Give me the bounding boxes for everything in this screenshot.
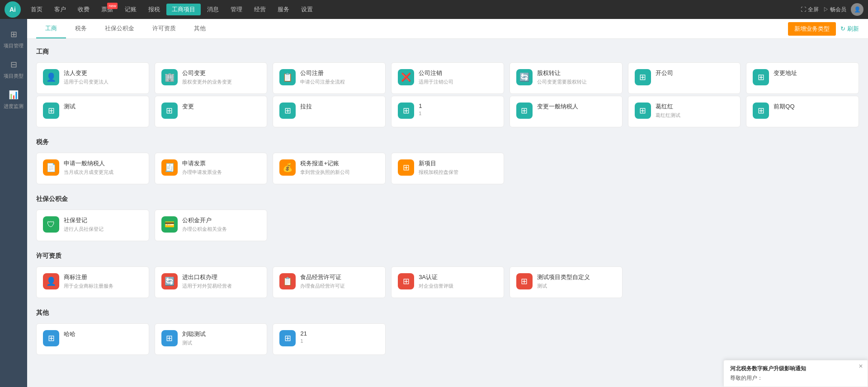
card-title: 1 bbox=[419, 103, 497, 109]
sidebar-item-project-manage[interactable]: ⊞ 项目管理 bbox=[0, 23, 27, 54]
card-title: 葛红红 bbox=[656, 103, 734, 111]
card-haha[interactable]: ⊞ 哈哈 bbox=[36, 323, 149, 355]
nav-bookkeeping[interactable]: 记账 bbox=[119, 4, 142, 15]
nav-customer[interactable]: 客户 bbox=[49, 4, 71, 15]
card-desc: 1 bbox=[419, 111, 497, 116]
nav-business[interactable]: 工商项目 bbox=[166, 4, 201, 15]
nav-manage[interactable]: 管理 bbox=[225, 4, 248, 15]
card-biangeng[interactable]: ⊞ 变更 bbox=[155, 96, 268, 127]
jinchukou-icon: 🔄 bbox=[161, 273, 178, 289]
card-shenqing-yibanna[interactable]: 📄 申请一般纳税人 当月或次月成变更完成 bbox=[36, 153, 149, 184]
xuke-cards: 👤 商标注册 用于企业商标注册服务 🔄 进出口权办理 适用于对外贸易经营者 📋 bbox=[36, 266, 859, 298]
card-1[interactable]: ⊞ 1 1 bbox=[391, 96, 504, 127]
fullscreen-button[interactable]: ⛶ 全屏 bbox=[801, 6, 818, 14]
nav-home[interactable]: 首页 bbox=[25, 4, 48, 15]
card-3a[interactable]: ⊞ 3A认证 对企业信誉评级 bbox=[391, 266, 504, 298]
card-liucong-ceshi[interactable]: ⊞ 刘聪测试 测试 bbox=[155, 323, 268, 355]
card-title: 社保登记 bbox=[64, 216, 142, 224]
card-guquan-zhuanrang[interactable]: 🔄 股权转让 公司变更需要股权转让 bbox=[509, 62, 623, 94]
qianqi-icon: ⊞ bbox=[753, 103, 769, 119]
card-desc: 办理申请发票业务 bbox=[182, 169, 261, 176]
avatar[interactable]: 👤 bbox=[851, 3, 863, 16]
card-shangbiao[interactable]: 👤 商标注册 用于企业商标注册服务 bbox=[36, 266, 149, 298]
tab-shuiwu[interactable]: 税务 bbox=[66, 19, 96, 38]
baodao-icon: 💰 bbox=[279, 159, 296, 176]
card-title: 公积金开户 bbox=[182, 216, 261, 224]
card-desc: 办理公积金相关业务 bbox=[182, 226, 261, 233]
card-gongsi-zhuce[interactable]: 📋 公司注册 申请公司注册全流程 bbox=[273, 62, 386, 94]
nav-settings[interactable]: 设置 bbox=[296, 4, 318, 15]
card-gongsi-zhuxiao[interactable]: ❌ 公司注销 适用于注销公司 bbox=[391, 62, 504, 94]
tab-shebao[interactable]: 社保公积金 bbox=[96, 19, 143, 38]
card-desc: 办理食品经营许可证 bbox=[300, 283, 379, 289]
section-shebao: 社保公积金 🛡 社保登记 进行人员社保登记 💳 公积金开户 办理公积金相关业务 bbox=[36, 195, 859, 241]
card-jinchukou[interactable]: 🔄 进出口权办理 适用于对外贸易经营者 bbox=[155, 266, 268, 298]
card-desc: 申请公司注册全流程 bbox=[300, 79, 379, 85]
nav-messages[interactable]: 消息 bbox=[202, 4, 224, 15]
card-shuiwu-baodao[interactable]: 💰 税务报道+记账 拿到营业执照的新公司 bbox=[273, 153, 386, 184]
main-content: 工商 税务 社保公积金 许可资质 其他 新增业务类型 ↻ 刷新 工商 👤 法人变… bbox=[27, 19, 868, 387]
card-title: 股权转让 bbox=[537, 69, 616, 77]
gongsi-biangeng-icon: 🏢 bbox=[161, 69, 178, 85]
section-title-shuiwu: 税务 bbox=[36, 138, 859, 146]
card-shebao-dengji[interactable]: 🛡 社保登记 进行人员社保登记 bbox=[36, 210, 149, 241]
card-lala[interactable]: ⊞ 拉拉 bbox=[273, 96, 386, 127]
nav-service[interactable]: 服务 bbox=[272, 4, 295, 15]
refresh-button[interactable]: ↻ 刷新 bbox=[840, 25, 859, 33]
card-shipin-xuke[interactable]: 📋 食品经营许可证 办理食品经营许可证 bbox=[273, 266, 386, 298]
card-shenqing-fapiao[interactable]: 🧾 申请发票 办理申请发票业务 bbox=[155, 153, 268, 184]
kai-icon: ⊞ bbox=[635, 69, 651, 85]
card-biangeng-dizhi[interactable]: ⊞ 变更地址 bbox=[746, 62, 859, 94]
card-desc: 适用于对外贸易经营者 bbox=[182, 283, 261, 289]
card-desc: 测试 bbox=[182, 340, 261, 346]
ceshi-icon: ⊞ bbox=[43, 103, 59, 119]
section-xuke: 许可资质 👤 商标注册 用于企业商标注册服务 🔄 进出口权办理 适用于对外贸易经… bbox=[36, 252, 859, 298]
card-kai-gongsi[interactable]: ⊞ 开公司 bbox=[628, 62, 741, 94]
card-ceshi[interactable]: ⊞ 测试 bbox=[36, 96, 149, 127]
section-gongshang: 工商 👤 法人变更 适用于公司变更法人 🏢 公司变更 股权变更外的业务变更 bbox=[36, 48, 859, 127]
qita-cards: ⊞ 哈哈 ⊞ 刘聪测试 测试 ⊞ 21 bbox=[36, 323, 859, 355]
tab-actions: 新增业务类型 ↻ 刷新 bbox=[788, 22, 859, 36]
new-badge: new bbox=[107, 3, 118, 9]
notification-close[interactable]: ✕ bbox=[859, 363, 863, 369]
card-qianqiqq[interactable]: ⊞ 前期QQ bbox=[746, 96, 859, 127]
card-title: 哈哈 bbox=[64, 330, 142, 338]
tab-qita[interactable]: 其他 bbox=[185, 19, 215, 38]
tab-gongshang[interactable]: 工商 bbox=[36, 19, 66, 38]
liucong-icon: ⊞ bbox=[161, 330, 178, 346]
card-title: 公司变更 bbox=[182, 69, 261, 77]
sidebar: ⊞ 项目管理 ⊟ 项目类型 📊 进度监测 bbox=[0, 19, 27, 387]
card-title: 法人变更 bbox=[64, 69, 142, 77]
card-title: 21 bbox=[300, 330, 379, 337]
shebao-icon: 🛡 bbox=[43, 216, 59, 233]
vip-button[interactable]: ▷ 畅会员 bbox=[823, 6, 846, 14]
card-title: 商标注册 bbox=[64, 273, 142, 281]
nav-fees[interactable]: 收费 bbox=[72, 4, 95, 15]
card-desc: 测试 bbox=[537, 283, 616, 289]
sidebar-item-progress[interactable]: 📊 进度监测 bbox=[0, 84, 27, 114]
card-desc: 公司变更需要股权转让 bbox=[537, 79, 616, 85]
sidebar-item-project-type[interactable]: ⊟ 项目类型 bbox=[0, 54, 27, 84]
card-gongsi-biangeng[interactable]: 🏢 公司变更 股权变更外的业务变更 bbox=[155, 62, 268, 94]
new-business-type-button[interactable]: 新增业务类型 bbox=[788, 22, 836, 36]
card-desc: 拿到营业执照的新公司 bbox=[300, 169, 379, 176]
card-faren-biangeng[interactable]: 👤 法人变更 适用于公司变更法人 bbox=[36, 62, 149, 94]
card-gehonghong[interactable]: ⊞ 葛红红 葛红红测试 bbox=[628, 96, 741, 127]
card-title: 公司注销 bbox=[419, 69, 497, 77]
tabs: 工商 税务 社保公积金 许可资质 其他 bbox=[36, 19, 215, 38]
card-desc: 适用于注销公司 bbox=[419, 79, 497, 85]
card-gongjijin-kaihu[interactable]: 💳 公积金开户 办理公积金相关业务 bbox=[155, 210, 268, 241]
card-ceshi-type[interactable]: ⊞ 测试项目类型自定义 测试 bbox=[509, 266, 623, 298]
project-manage-icon: ⊞ bbox=[7, 28, 20, 41]
card-biangeng-yibanna[interactable]: ⊞ 变更一般纳税人 bbox=[509, 96, 623, 127]
card-title: 税务报道+记账 bbox=[300, 159, 379, 168]
card-21[interactable]: ⊞ 21 1 bbox=[273, 323, 386, 355]
nav-tickets[interactable]: 票据 new bbox=[96, 4, 118, 15]
nav-tax[interactable]: 报税 bbox=[143, 4, 165, 15]
tab-xuke[interactable]: 许可资质 bbox=[143, 19, 185, 38]
card-xinxiangmu[interactable]: ⊞ 新项目 报税加税控盘保管 bbox=[391, 153, 504, 184]
nav-operations[interactable]: 经营 bbox=[249, 4, 271, 15]
progress-icon: 📊 bbox=[7, 89, 20, 101]
shipin-icon: 📋 bbox=[279, 273, 296, 289]
gongshang-row2: ⊞ 测试 ⊞ 变更 ⊞ 拉拉 bbox=[36, 96, 859, 127]
